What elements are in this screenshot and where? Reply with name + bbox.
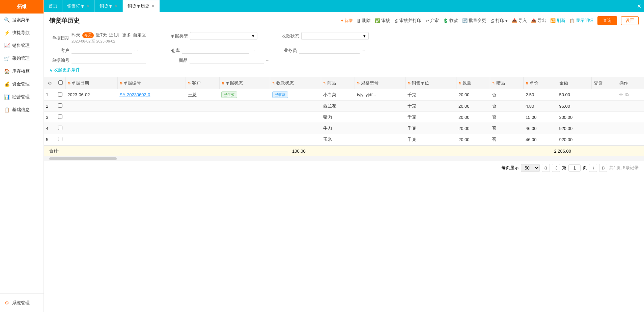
col-doc-no: ⇅ 单据编号 [117, 77, 186, 89]
close-sales-history-tab[interactable]: ✕ [151, 4, 155, 8]
search-menu-icon: 🔍 [4, 17, 9, 23]
sidebar-item-basic-info[interactable]: 📋 基础信息 [0, 103, 44, 116]
sidebar-item-operation[interactable]: 📊 经营管理 [0, 90, 44, 103]
tab-sales-delivery[interactable]: 销货单 ✕ [95, 0, 123, 12]
last-page-btn[interactable]: ⟩⟩ [599, 164, 607, 172]
sort-doc-status-icon[interactable]: ⇅ [222, 81, 224, 85]
abandon-button[interactable]: ↩ 弃审 [425, 18, 439, 24]
goods-input[interactable] [190, 57, 264, 63]
delete-button[interactable]: 🗑 删除 [357, 18, 371, 24]
row-checkbox[interactable] [58, 92, 62, 97]
new-button[interactable]: + 新增 [341, 18, 353, 24]
export-button[interactable]: 📤 导出 [531, 18, 546, 24]
show-detail-button[interactable]: 📋 显示明细 [569, 18, 593, 24]
next-page-btn[interactable]: ⟩ [589, 164, 597, 172]
pagination: 每页显示 50 100 200 ⟨⟨ ⟨ 第 页 ⟩ ⟩⟩ 共1页, 5条记录 [44, 161, 644, 175]
row-collect-status [270, 134, 321, 145]
sort-gift-icon[interactable]: ⇅ [492, 81, 495, 85]
col-qty: ⇅ 数量 [456, 77, 490, 89]
first-page-btn[interactable]: ⟨⟨ [542, 164, 550, 172]
sidebar-item-sales-mgmt[interactable]: 📈 销售管理 [0, 39, 44, 52]
row-qty: 20.00 [456, 89, 490, 101]
doc-type-select[interactable]: ▾ [190, 32, 257, 40]
horizontal-scrollbar[interactable] [49, 157, 117, 160]
import-button[interactable]: 📥 导入 [512, 18, 527, 24]
sidebar-item-purchase-mgmt[interactable]: 🛒 采购管理 [0, 52, 44, 65]
row-select[interactable] [56, 89, 65, 101]
col-settings[interactable]: ⚙ [44, 77, 56, 89]
print-button[interactable]: 🖨 打印 ▾ [490, 18, 508, 24]
shortcut-7days[interactable]: 近7天 [96, 32, 107, 38]
filter-row-2: 客户 ··· 仓库 ··· 业务员 ··· [49, 47, 639, 54]
collect-status-select[interactable]: ▾ [301, 32, 369, 40]
row-goods: 小白菜 [321, 89, 355, 101]
row-number: 2 [44, 101, 56, 112]
copy-icon[interactable]: ⧉ [625, 92, 629, 98]
select-all-checkbox[interactable] [58, 80, 63, 85]
row-checkbox[interactable] [58, 137, 62, 141]
sort-qty-icon[interactable]: ⇅ [458, 81, 461, 85]
sort-collect-status-icon[interactable]: ⇅ [272, 81, 275, 85]
doc-no-input[interactable] [72, 57, 146, 63]
sidebar-item-inventory[interactable]: 🏠 库存核算 [0, 65, 44, 78]
close-sales-delivery-tab[interactable]: ✕ [115, 4, 118, 8]
customer-dots[interactable]: ··· [134, 48, 138, 53]
tab-sales-order[interactable]: 销售订单 ✕ [62, 0, 95, 12]
audit-button[interactable]: ✅ 审核 [375, 18, 390, 24]
sort-price-icon[interactable]: ⇅ [526, 81, 528, 85]
sort-customer-icon[interactable]: ⇅ [188, 81, 191, 85]
sort-spec-icon[interactable]: ⇅ [357, 81, 360, 85]
row-select[interactable] [56, 101, 65, 112]
shortcut-today[interactable]: 今天 [82, 32, 94, 38]
sort-doc-no-icon[interactable]: ⇅ [120, 81, 122, 85]
sort-unit-icon[interactable]: ⇅ [408, 81, 411, 85]
batch-change-button[interactable]: 🔄 批量变更 [462, 18, 486, 24]
staff-dots[interactable]: ··· [362, 48, 365, 53]
tab-home[interactable]: 首页 [44, 0, 62, 12]
page-size-select[interactable]: 50 100 200 [521, 164, 540, 172]
col-checkbox[interactable] [56, 77, 65, 89]
row-doc-no[interactable]: SA-20230602-0 [117, 89, 186, 101]
doc-no-link[interactable]: SA-20230602-0 [119, 92, 150, 97]
query-button[interactable]: 查询 [597, 16, 617, 25]
sidebar-item-quick-nav[interactable]: ⚡ 快捷导航 [0, 26, 44, 39]
shortcut-more[interactable]: 更多 [122, 32, 131, 38]
edit-icon[interactable]: ✏ [619, 92, 623, 98]
refresh-button[interactable]: 🔁 刷新 [550, 18, 565, 24]
goods-dots[interactable]: ··· [266, 58, 270, 63]
row-checkbox[interactable] [58, 103, 62, 108]
staff-input[interactable] [299, 47, 360, 54]
customer-input[interactable] [72, 47, 132, 54]
collect-button[interactable]: 💲 收款 [443, 18, 458, 24]
setting-button[interactable]: 设置 [621, 16, 639, 25]
row-select[interactable] [56, 123, 65, 134]
sidebar-item-finance[interactable]: 💰 资金管理 [0, 78, 44, 90]
shortcut-yesterday[interactable]: 昨天 [72, 32, 80, 38]
row-select[interactable] [56, 112, 65, 123]
sidebar-item-sys-mgmt[interactable]: ⚙ 系统管理 [0, 296, 44, 309]
row-unit: 千克 [405, 134, 456, 145]
col-customer: ⇅ 客户 [186, 77, 219, 89]
row-checkbox[interactable] [58, 114, 62, 119]
sidebar-item-search-menu[interactable]: 🔍 搜索菜单 [0, 14, 44, 26]
row-checkbox[interactable] [58, 126, 62, 130]
row-transaction [591, 134, 617, 145]
page-header: 销货单历史 + 新增 🗑 删除 ✅ 审核 🖨 审核并打印 ↩ 弃审 [44, 12, 644, 28]
warehouse-dots[interactable]: ··· [251, 48, 255, 53]
tab-sales-history[interactable]: 销货单历史 ✕ [123, 0, 160, 12]
page-input[interactable] [568, 164, 581, 172]
close-sales-order-tab[interactable]: ✕ [87, 4, 90, 8]
col-unit: ⇅ 销售单位 [405, 77, 456, 89]
table-footer: 合计: 100.00 2,286.00 [44, 145, 644, 156]
row-action[interactable]: ✏⧉ [617, 89, 644, 101]
row-select[interactable] [56, 134, 65, 145]
warehouse-input[interactable] [182, 47, 249, 54]
shortcut-custom[interactable]: 自定义 [133, 32, 146, 38]
close-all-tabs[interactable]: ✕ [634, 2, 644, 11]
collapse-filter-btn[interactable]: ∧ 收起更多条件 [49, 67, 639, 73]
sort-goods-icon[interactable]: ⇅ [323, 81, 326, 85]
sort-icon[interactable]: ⇅ [68, 81, 71, 85]
prev-page-btn[interactable]: ⟨ [552, 164, 560, 172]
shortcut-1month[interactable]: 近1月 [109, 32, 120, 38]
audit-print-button[interactable]: 🖨 审核并打印 [394, 18, 421, 24]
